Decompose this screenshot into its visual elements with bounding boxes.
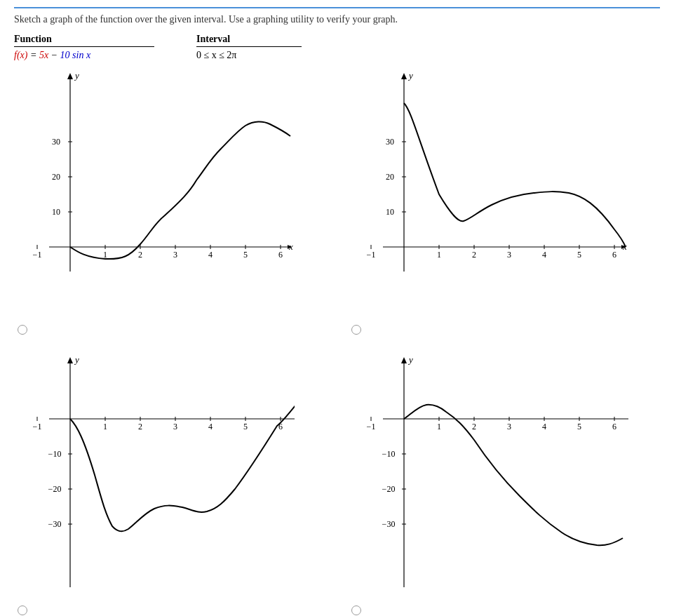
svg-text:6: 6 bbox=[612, 422, 616, 431]
svg-text:4: 4 bbox=[208, 422, 213, 431]
svg-text:y: y bbox=[74, 354, 79, 365]
svg-text:3: 3 bbox=[507, 422, 511, 431]
graph-top-left: y x 30 20 10 −1 1 2 bbox=[14, 68, 309, 335]
svg-text:2: 2 bbox=[138, 422, 142, 431]
svg-text:−10: −10 bbox=[48, 449, 62, 459]
svg-marker-3 bbox=[67, 73, 73, 79]
function-5x: 5x bbox=[39, 50, 48, 60]
svg-text:1: 1 bbox=[437, 422, 441, 431]
svg-text:30: 30 bbox=[52, 137, 60, 147]
svg-text:5: 5 bbox=[243, 422, 248, 431]
svg-marker-55 bbox=[67, 357, 73, 363]
graph-bottom-left: y x −10 −20 −30 −1 1 2 3 4 5 bbox=[14, 349, 309, 615]
svg-text:20: 20 bbox=[386, 172, 394, 182]
svg-text:−1: −1 bbox=[33, 250, 42, 260]
graph-svg-top-left: y x 30 20 10 −1 1 2 bbox=[14, 68, 295, 307]
svg-text:1: 1 bbox=[437, 250, 441, 260]
svg-text:y: y bbox=[407, 70, 413, 81]
svg-text:−30: −30 bbox=[48, 519, 62, 529]
radio-bottom-left[interactable] bbox=[18, 605, 27, 615]
svg-text:−20: −20 bbox=[382, 484, 395, 494]
instruction-text: Sketch a graph of the function over the … bbox=[14, 7, 660, 25]
svg-text:30: 30 bbox=[386, 137, 394, 147]
svg-marker-29 bbox=[401, 73, 407, 79]
svg-text:4: 4 bbox=[542, 250, 546, 260]
svg-text:20: 20 bbox=[52, 172, 60, 182]
graphs-grid: y x 30 20 10 −1 1 2 bbox=[14, 68, 660, 615]
interval-label: Interval bbox=[196, 34, 302, 47]
function-equals: = bbox=[30, 50, 39, 60]
svg-text:5: 5 bbox=[577, 422, 581, 431]
svg-text:10: 10 bbox=[386, 207, 394, 217]
graph-svg-top-right: y x 30 20 10 −1 1 2 3 4 5 6 bbox=[348, 68, 628, 307]
svg-text:2: 2 bbox=[472, 250, 476, 260]
svg-text:2: 2 bbox=[138, 250, 142, 260]
svg-text:3: 3 bbox=[507, 250, 511, 260]
svg-text:−1: −1 bbox=[33, 422, 42, 431]
svg-text:2: 2 bbox=[472, 422, 476, 431]
svg-text:3: 3 bbox=[173, 250, 177, 260]
svg-text:4: 4 bbox=[208, 250, 213, 260]
svg-text:−10: −10 bbox=[382, 449, 395, 459]
svg-text:6: 6 bbox=[612, 250, 616, 260]
function-value: f(x) = 5x − 10 sin x bbox=[14, 50, 154, 61]
svg-marker-81 bbox=[401, 357, 407, 363]
interval-value: 0 ≤ x ≤ 2π bbox=[196, 50, 302, 61]
radio-top-right[interactable] bbox=[351, 325, 361, 335]
radio-bottom-right[interactable] bbox=[351, 605, 361, 615]
graph-svg-bottom-left: y x −10 −20 −30 −1 1 2 3 4 5 bbox=[14, 349, 295, 615]
function-label: Function bbox=[14, 34, 154, 47]
function-column: Function f(x) = 5x − 10 sin x bbox=[14, 34, 154, 61]
function-table-header: Function f(x) = 5x − 10 sin x Interval 0… bbox=[14, 34, 660, 61]
function-10sinx: 10 sin x bbox=[60, 50, 91, 60]
svg-text:−1: −1 bbox=[366, 422, 375, 431]
svg-text:4: 4 bbox=[542, 422, 546, 431]
svg-text:5: 5 bbox=[243, 250, 248, 260]
svg-text:y: y bbox=[407, 354, 413, 365]
svg-text:−1: −1 bbox=[366, 250, 375, 260]
svg-text:y: y bbox=[74, 70, 79, 81]
svg-text:3: 3 bbox=[173, 422, 177, 431]
function-minus: − bbox=[51, 50, 60, 60]
graph-svg-bottom-right: y x −10 −20 −30 −1 1 2 3 4 5 6 bbox=[348, 349, 628, 615]
svg-text:5: 5 bbox=[577, 250, 581, 260]
svg-text:−20: −20 bbox=[48, 484, 62, 494]
svg-text:1: 1 bbox=[103, 422, 107, 431]
svg-text:x: x bbox=[288, 241, 293, 252]
function-fx: f(x) bbox=[14, 50, 27, 60]
radio-top-left[interactable] bbox=[18, 325, 27, 335]
interval-column: Interval 0 ≤ x ≤ 2π bbox=[196, 34, 302, 61]
graph-bottom-right: y x −10 −20 −30 −1 1 2 3 4 5 6 bbox=[348, 349, 642, 615]
graph-top-right: y x 30 20 10 −1 1 2 3 4 5 6 bbox=[348, 68, 642, 335]
svg-text:6: 6 bbox=[278, 250, 283, 260]
svg-text:−30: −30 bbox=[382, 519, 395, 529]
svg-text:10: 10 bbox=[52, 207, 60, 217]
